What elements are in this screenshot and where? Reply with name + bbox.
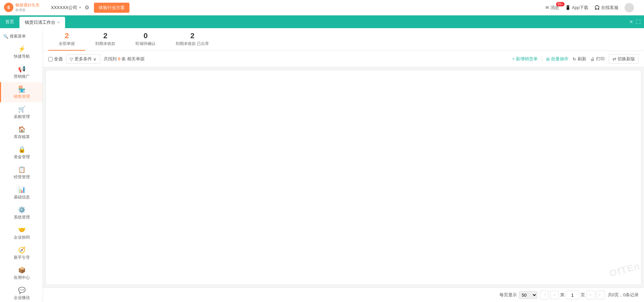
found-text: 共找到 0 条 相关单据 [104,56,145,62]
sidebar-item-enterprise[interactable]: 🤝 企业协同 [0,223,43,243]
sidebar-item-marketing[interactable]: 📢 营销推广 [0,62,43,82]
purchase-icon: 🛒 [18,106,25,113]
app-download-btn[interactable]: 📱 App下载 [565,5,588,11]
message-badge: 99+ [556,2,565,6]
logo-area: 6 畅捷通好生意 标准版 [4,3,47,12]
new-sale-btn[interactable]: + 新增销货单 [512,56,538,62]
inventory-icon: 🏠 [18,126,25,133]
sidebar-item-guide[interactable]: 🧭 新手引导 [0,243,43,263]
filter-btn[interactable]: ▽ 更多条件 ∨ [66,54,100,64]
pagination: 每页显示 50 100 200 《 ＜ 第 页 ＞ 》 共0页，0条记录 [43,288,644,302]
page-input[interactable] [566,291,579,299]
page-size-selector: 每页显示 50 100 200 [499,291,537,299]
main-layout: 🔍 搜索菜单 ⚡ 快捷导航 📢 营销推广 🏪 销售管理 🛒 采购管理 🏠 [0,28,644,302]
apps-icon: 📦 [18,266,25,274]
stats-tab-pending[interactable]: 0 旺铺待确认 [125,28,166,51]
finance-label: 资金管理 [14,154,30,160]
tab-bar: 首页 钱货日清工作台 × ✕ ⛶ [0,15,644,28]
wechat-icon: 💬 [18,287,25,294]
service-icon: 🎧 [594,5,600,10]
toolbar-left: 全选 ▽ 更多条件 ∨ 共找到 0 条 相关单据 [48,54,509,64]
quicknav-label: 快捷导航 [14,54,30,59]
batch-op-btn[interactable]: ⊞ 批量操作 [546,56,569,62]
stats-overdue-count: 2 [103,32,107,40]
prev-page-btn[interactable]: ＜ [550,291,559,299]
select-all-checkbox[interactable]: 全选 [48,56,63,62]
sidebar-item-purchase[interactable]: 🛒 采购管理 [0,102,43,122]
stats-shipped-count: 2 [191,32,195,40]
page-label: 第 [560,292,565,298]
sidebar-top: 🔍 搜索菜单 ⚡ 快捷导航 📢 营销推广 🏪 销售管理 🛒 采购管理 🏠 [0,28,43,302]
stats-overdue-label: 到期未收款 [95,41,115,47]
print-icon: 🖨 [590,57,595,62]
select-all-input[interactable] [48,57,53,61]
operations-label: 经营管理 [14,174,30,180]
finance-icon: 🔒 [18,146,25,153]
last-page-btn[interactable]: 》 [596,291,605,299]
service-label: 在线客服 [601,5,619,11]
sidebar-item-sales[interactable]: 🏪 销售管理 [0,82,43,102]
system-label: 系统管理 [14,215,30,220]
print-label: 打印 [596,56,605,62]
found-count: 0 [118,56,120,61]
logo-icon: 6 [4,3,13,12]
enterprise-label: 企业协同 [14,235,30,240]
header-right: ✉ 消息 99+ 📱 App下载 🎧 在线客服 [545,3,640,12]
stats-tab-overdue[interactable]: 2 到期未收款 [85,28,125,51]
sales-label: 销售管理 [14,94,30,100]
per-page-select[interactable]: 50 100 200 [519,291,537,299]
filter-icon: ▽ [70,57,73,62]
content-area: 2 全部单据 2 到期未收款 0 旺铺待确认 2 到期未收款 已出库 全选 [43,28,644,302]
sidebar-item-finance[interactable]: 🔒 资金管理 [0,142,43,163]
sidebar: 🔍 搜索菜单 ⚡ 快捷导航 📢 营销推广 🏪 销售管理 🛒 采购管理 🏠 [0,28,43,302]
sidebar-item-quicknav[interactable]: ⚡ 快捷导航 [0,42,43,62]
toolbar: 全选 ▽ 更多条件 ∨ 共找到 0 条 相关单据 + 新增销货单 ⊞ [43,51,644,67]
tab-workbench[interactable]: 钱货日清工作台 × [19,17,65,28]
tab-expand-icon[interactable]: ⛶ [636,19,641,24]
basic-icon: 📊 [18,186,25,193]
apps-label: 应用中心 [14,275,30,281]
next-page-btn[interactable]: ＞ [586,291,595,299]
tab-home[interactable]: 首页 [0,15,19,28]
app-icon: 📱 [565,5,571,10]
sidebar-item-wechat[interactable]: 💬 企业微信 [0,283,43,302]
stats-tab-shipped[interactable]: 2 到期未收款 已出库 [166,28,219,51]
settings-icon[interactable]: ⚙ [85,4,89,11]
message-icon: ✉ [545,5,549,10]
guide-label: 新手引导 [14,255,30,260]
tab-home-label: 首页 [5,19,14,25]
found-prefix: 共找到 [104,56,117,61]
refresh-btn[interactable]: ↻ 刷新 [573,56,586,62]
search-menu-label: 搜索菜单 [10,34,26,39]
avatar[interactable] [625,3,634,12]
inventory-label: 库存核算 [14,134,30,140]
tab-close-all-icon[interactable]: ✕ [629,19,633,24]
print-btn[interactable]: 🖨 打印 [590,56,605,62]
stats-all-count: 2 [65,32,69,40]
marketing-label: 营销推广 [14,74,30,79]
sidebar-item-basic[interactable]: 📊 基础信息 [0,183,43,203]
sidebar-item-inventory[interactable]: 🏠 库存核算 [0,122,43,142]
stats-tab-all[interactable]: 2 全部单据 [48,28,85,51]
sidebar-item-operations[interactable]: 📋 经营管理 [0,163,43,183]
search-menu-btn[interactable]: 🔍 搜索菜单 [0,31,43,42]
experience-btn[interactable]: 体验行业方案 [94,3,129,13]
tab-close-icon[interactable]: × [57,20,60,25]
online-service-btn[interactable]: 🎧 在线客服 [594,5,619,11]
batch-label: 批量操作 [551,56,569,62]
sidebar-item-system[interactable]: ⚙️ 系统管理 [0,203,43,223]
stats-all-label: 全部单据 [59,41,75,47]
switch-version-btn[interactable]: ⇄ 切换新版 [609,54,639,64]
page-suffix: 页 [581,292,585,298]
first-page-btn[interactable]: 《 [540,291,549,299]
tab-bar-actions: ✕ ⛶ [629,19,644,24]
sidebar-item-apps[interactable]: 📦 应用中心 [0,263,43,283]
header-company[interactable]: XXXXXX公司 ▾ [51,5,81,11]
chevron-down-icon: ▾ [79,5,81,10]
message-btn[interactable]: ✉ 消息 99+ [545,5,559,11]
tab-workbench-label: 钱货日清工作台 [25,19,55,25]
select-all-label: 全选 [54,56,63,62]
stats-pending-label: 旺铺待确认 [136,41,156,47]
switch-icon: ⇄ [612,57,616,62]
refresh-label: 刷新 [578,56,586,62]
